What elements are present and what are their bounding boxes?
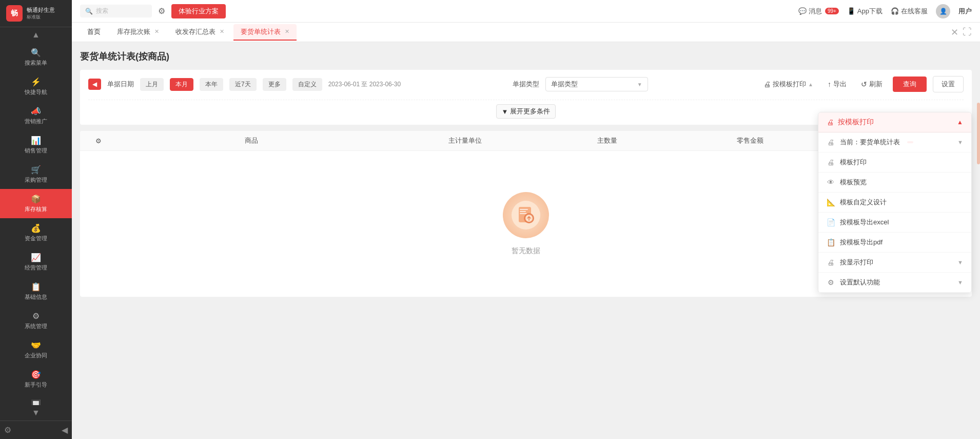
maximize-window-icon[interactable]: ⛶	[963, 27, 972, 37]
message-icon: 💬	[798, 7, 807, 15]
empty-state-icon	[503, 192, 549, 238]
tab-inventory-batch[interactable]: 库存批次账 ✕	[110, 24, 166, 41]
refresh-btn[interactable]: ↺ 刷新	[857, 78, 887, 91]
dropdown-item-display-print[interactable]: 🖨 按显示打印 ▼	[818, 253, 971, 273]
svg-rect-4	[520, 213, 527, 214]
sidebar-nav: 🔍 搜索菜单 ⚡ 快捷导航 📣 营销推广 📊 销售管理 🛒 采购管理 📦 库存核…	[0, 43, 72, 405]
settings-button[interactable]: 设置	[933, 76, 964, 92]
sidebar-item-marketing[interactable]: 📣 营销推广	[0, 101, 72, 130]
app-download-label: App下载	[857, 7, 883, 16]
dropdown-close-arrow[interactable]: ▲	[957, 119, 963, 126]
expand-more-btn[interactable]: ▼ 展开更多条件	[496, 104, 556, 119]
sidebar-scroll-down[interactable]: ▼	[0, 405, 72, 421]
sidebar-item-sales[interactable]: 📊 销售管理	[0, 130, 72, 160]
tab-controls: ✕ ⛶	[951, 27, 972, 38]
export-excel-icon: 📄	[827, 218, 835, 226]
query-button[interactable]: 查询	[893, 77, 927, 92]
collapse-sidebar-icon[interactable]: ◀	[62, 425, 68, 435]
close-window-icon[interactable]: ✕	[951, 27, 958, 38]
export-pdf-label: 按模板导出pdf	[840, 238, 883, 247]
display-print-arrow-icon: ▼	[957, 259, 963, 265]
date-btn-more[interactable]: 更多	[263, 78, 286, 91]
online-service-item[interactable]: 🎧 在线客服	[891, 7, 928, 16]
sidebar-item-guide[interactable]: 🎯 新手引导	[0, 365, 72, 394]
date-btn-custom[interactable]: 自定义	[292, 78, 322, 91]
tab-receivable-summary[interactable]: 收发存汇总表 ✕	[168, 24, 231, 41]
sidebar-item-quick-nav[interactable]: ⚡ 快捷导航	[0, 72, 72, 101]
template-preview-icon: 👁	[827, 178, 835, 186]
sidebar-item-label: 企业协同	[25, 352, 47, 359]
sidebar-bottom: ⚙ ◀	[0, 421, 72, 439]
tab-order-stats[interactable]: 要货单统计表 ✕	[233, 24, 297, 41]
sidebar-item-app-center[interactable]: 🔲 应用中心	[0, 394, 72, 405]
page-content: 要货单统计表(按商品) ◀ 单据日期 上月 本月 本年 近7天 更多 自定义 2…	[72, 42, 980, 439]
sidebar-item-purchase[interactable]: 🛒 采购管理	[0, 160, 72, 189]
sidebar-item-search[interactable]: 🔍 搜索菜单	[0, 43, 72, 72]
sidebar-item-system[interactable]: ⚙ 系统管理	[0, 306, 72, 335]
export-label: 导出	[833, 80, 847, 89]
dropdown-item-export-excel[interactable]: 📄 按模板导出excel	[818, 213, 971, 233]
svg-rect-3	[520, 211, 526, 212]
tab-order-stats-close[interactable]: ✕	[285, 28, 289, 35]
app-name: 畅通好生意	[27, 6, 55, 13]
header-right: 💬 消息 99+ 📱 App下载 🎧 在线客服 👤 用户	[798, 4, 972, 18]
app-download-item[interactable]: 📱 App下载	[847, 7, 883, 16]
date-range-text: 2023-06-01 至 2023-06-30	[328, 80, 401, 89]
sidebar: 畅 畅通好生意 标准版 ▲ 🔍 搜索菜单 ⚡ 快捷导航 📣 营销推广 📊 销售管…	[0, 0, 72, 439]
dropdown-item-export-pdf[interactable]: 📋 按模板导出pdf	[818, 233, 971, 253]
sidebar-item-label: 销售管理	[25, 147, 47, 155]
sidebar-item-operations[interactable]: 📈 经营管理	[0, 247, 72, 277]
service-label: 在线客服	[901, 7, 928, 16]
message-item[interactable]: 💬 消息 99+	[798, 7, 839, 16]
quick-nav-icon: ⚡	[31, 77, 41, 87]
purchase-icon: 🛒	[31, 165, 41, 175]
sidebar-item-label: 基础信息	[25, 293, 47, 301]
app-badge: 标准版	[27, 14, 55, 21]
tab-home[interactable]: 首页	[80, 24, 108, 41]
date-btn-last-7-days[interactable]: 近7天	[229, 78, 257, 91]
dropdown-item-template-preview[interactable]: 👁 模板预览	[818, 173, 971, 193]
sidebar-item-inventory[interactable]: 📦 库存核算	[0, 189, 72, 218]
template-custom-icon: 📐	[827, 198, 835, 206]
export-btn[interactable]: ↑ 导出	[824, 78, 851, 91]
dropdown-current-item: 🖨 当前：要货单统计表 ▼	[818, 132, 971, 152]
sidebar-item-basic-info[interactable]: 📋 基础信息	[0, 277, 72, 306]
guide-icon: 🎯	[31, 370, 41, 379]
logo-icon: 畅	[6, 5, 23, 22]
table-col-settings[interactable]: ⚙	[88, 137, 109, 145]
date-btn-current-year[interactable]: 本年	[200, 78, 223, 91]
svg-rect-2	[520, 209, 528, 210]
template-print-icon: 🖨	[827, 158, 835, 166]
tab-bar: 首页 库存批次账 ✕ 收发存汇总表 ✕ 要货单统计表 ✕ ✕ ⛶	[72, 23, 980, 42]
marketing-icon: 📣	[31, 106, 41, 116]
print-template-btn[interactable]: 🖨 按模板打印 ▲	[759, 78, 817, 91]
dropdown-item-set-default[interactable]: ⚙ 设置默认功能 ▼	[818, 273, 971, 293]
dropdown-item-template-print[interactable]: 🖨 模板打印	[818, 152, 971, 173]
date-btn-prev-month[interactable]: 上月	[140, 78, 164, 91]
date-btn-current-month[interactable]: 本月	[170, 78, 193, 91]
tab-receivable-summary-close[interactable]: ✕	[220, 28, 224, 35]
doc-type-select[interactable]: 单据类型 ▼	[545, 77, 648, 91]
export-pdf-icon: 📋	[827, 238, 835, 246]
sidebar-item-finance[interactable]: 💰 资金管理	[0, 218, 72, 247]
sidebar-item-label: 系统管理	[25, 322, 47, 330]
settings-bottom-icon[interactable]: ⚙	[4, 425, 11, 435]
tab-order-stats-label: 要货单统计表	[241, 27, 281, 36]
user-avatar[interactable]: 👤	[936, 4, 950, 18]
display-print-label: 按显示打印	[840, 258, 873, 267]
sidebar-item-label: 库存核算	[25, 205, 47, 213]
tab-inventory-batch-close[interactable]: ✕	[154, 28, 159, 35]
current-item-icon: 🖨	[827, 138, 835, 146]
sidebar-item-enterprise[interactable]: 🤝 企业协同	[0, 335, 72, 365]
sidebar-item-label: 经营管理	[25, 264, 47, 272]
header-search-bar[interactable]: 🔍 搜索	[80, 5, 152, 17]
filter-collapse-btn[interactable]: ◀	[88, 79, 101, 90]
sidebar-item-label: 新手引导	[25, 381, 47, 389]
header-gear-icon[interactable]: ⚙	[158, 6, 165, 16]
sidebar-scroll-up[interactable]: ▲	[0, 27, 72, 43]
dropdown-item-template-custom[interactable]: 📐 模板自定义设计	[818, 193, 971, 213]
template-print-label: 模板打印	[840, 158, 867, 167]
template-preview-label: 模板预览	[840, 178, 867, 187]
date-label: 单据日期	[107, 80, 134, 89]
trial-button[interactable]: 体验行业方案	[171, 4, 226, 18]
